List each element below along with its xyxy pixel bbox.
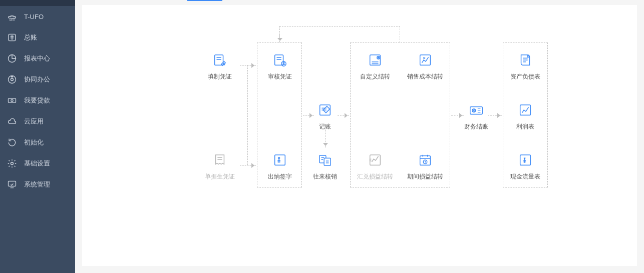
flow-node-caiwujiezhang[interactable]: 财务结账 <box>456 102 496 131</box>
initialize-icon <box>7 138 17 148</box>
system-icon <box>7 180 17 190</box>
flow-node-lirunbiao[interactable]: 利润表 <box>505 102 545 131</box>
flow-label: 期间损益结转 <box>407 172 443 181</box>
svg-point-8 <box>11 162 14 165</box>
voucher-create-icon <box>212 52 227 68</box>
svg-rect-9 <box>9 181 16 186</box>
svg-rect-16 <box>420 55 431 66</box>
flow-arrow-1b <box>240 165 256 166</box>
voucher-audit-icon <box>272 52 287 68</box>
sidebar-item-label: 云应用 <box>24 117 44 126</box>
sidebar-item-yunyingyong[interactable]: 云应用 <box>0 111 75 132</box>
flow-connector-col1-down <box>247 65 248 165</box>
cloud-icon <box>7 116 17 126</box>
bookkeeping-icon <box>317 102 333 118</box>
sidebar-top-bar <box>0 0 75 6</box>
workflow-panel: 填制凭证 审核凭证 自定义结转 销售成本 <box>82 5 637 266</box>
period-gainloss-icon <box>418 152 433 168</box>
exchange-gainloss-icon <box>368 152 383 168</box>
sidebar-item-zongzhang[interactable]: 总账 <box>0 27 75 48</box>
flow-node-qijiansunyijiezhuan[interactable]: 期间损益结转 <box>405 152 445 181</box>
sidebar-item-label: 报表中心 <box>24 54 50 63</box>
sidebar-item-label: 基础设置 <box>24 159 50 168</box>
flow-node-zichanfuzhaibiao[interactable]: 资产负债表 <box>505 52 545 81</box>
sidebar-item-label: T-UFO <box>24 13 44 20</box>
sidebar-item-label: 初始化 <box>24 138 44 147</box>
svg-point-4 <box>11 78 14 81</box>
flow-node-chunaqianzi[interactable]: 出纳签字 <box>260 152 300 181</box>
svg-point-5 <box>12 76 13 77</box>
flow-label: 销售成本结转 <box>407 72 443 81</box>
svg-rect-11 <box>275 55 283 66</box>
sidebar-item-label: 我要贷款 <box>24 96 50 105</box>
sidebar: UFO T-UFO 总账 报表中心 <box>0 0 75 273</box>
sales-cost-carryover-icon <box>418 52 433 68</box>
svg-rect-22 <box>275 155 285 166</box>
flow-label: 财务结账 <box>464 122 488 131</box>
ledger-icon <box>7 32 17 42</box>
flow-node-danjushengpingzheng: 单据生凭证 <box>200 152 240 181</box>
flow-node-shenhepingzheng[interactable]: 审核凭证 <box>260 52 300 81</box>
sidebar-item-xietong[interactable]: 协同办公 <box>0 69 75 90</box>
collaboration-icon <box>7 74 17 84</box>
sidebar-item-tufo[interactable]: UFO T-UFO <box>0 6 75 27</box>
svg-rect-24 <box>324 158 331 166</box>
flow-node-zidingyijiezhuan[interactable]: 自定义结转 <box>355 52 395 81</box>
flow-label: 单据生凭证 <box>205 172 235 181</box>
flow-node-jizhang[interactable]: 记账 <box>305 102 345 131</box>
report-center-icon <box>7 54 17 64</box>
flow-label: 往来核销 <box>313 172 337 181</box>
flow-node-wanglaihexiao[interactable]: 往来核销 <box>305 152 345 181</box>
flow-node-huiduisunyijiezhuan: 汇兑损益结转 <box>355 152 395 181</box>
sidebar-item-jichushezhi[interactable]: 基础设置 <box>0 153 75 174</box>
cashier-sign-icon <box>272 152 287 168</box>
svg-point-7 <box>11 100 13 102</box>
sidebar-item-label: 协同办公 <box>24 75 50 84</box>
flow-node-xiaoshouchengbenjiezhuan[interactable]: 销售成本结转 <box>405 52 445 81</box>
sidebar-item-label: 总账 <box>24 33 37 42</box>
ufo-icon: UFO <box>7 12 17 22</box>
flow-arrow-into-box1 <box>279 35 280 42</box>
flow-label: 资产负债表 <box>510 72 540 81</box>
loan-icon <box>7 96 17 106</box>
flow-node-tianzhipingzheng[interactable]: 填制凭证 <box>200 52 240 81</box>
settings-icon <box>7 158 17 168</box>
flow-label: 利润表 <box>516 122 534 131</box>
svg-point-17 <box>527 56 529 58</box>
flow-node-xianjinliuliangbiao[interactable]: 现金流量表 <box>505 152 545 181</box>
sidebar-item-label: 系统管理 <box>24 180 50 189</box>
sidebar-item-baobiao[interactable]: 报表中心 <box>0 48 75 69</box>
active-tab-indicator <box>187 0 222 1</box>
sidebar-item-xitongguanli[interactable]: 系统管理 <box>0 174 75 195</box>
flow-label: 出纳签字 <box>268 172 292 181</box>
svg-rect-21 <box>520 105 531 116</box>
flow-label: 汇兑损益结转 <box>357 172 393 181</box>
finance-closing-icon <box>469 102 484 118</box>
svg-point-13 <box>283 62 284 64</box>
sidebar-item-chushihua[interactable]: 初始化 <box>0 132 75 153</box>
sidebar-item-daikuan[interactable]: 我要贷款 <box>0 90 75 111</box>
svg-text:UFO: UFO <box>10 18 15 22</box>
flow-label: 填制凭证 <box>208 72 232 81</box>
svg-rect-28 <box>520 155 531 166</box>
balance-sheet-icon <box>518 52 533 68</box>
reconciliation-icon <box>317 152 333 168</box>
flow-label: 现金流量表 <box>510 172 540 181</box>
flow-arrow-jizhang-down <box>325 130 326 148</box>
flow-label: 记账 <box>319 122 331 131</box>
flow-arrow-1 <box>240 65 256 66</box>
custom-carryover-icon <box>368 52 383 68</box>
profit-report-icon <box>518 102 533 118</box>
svg-rect-6 <box>9 98 16 102</box>
cashflow-report-icon <box>518 152 533 168</box>
flow-connector-top <box>279 26 400 42</box>
main-area: 填制凭证 审核凭证 自定义结转 销售成本 <box>75 0 644 273</box>
flow-label: 审核凭证 <box>268 72 292 81</box>
flow-label: 自定义结转 <box>360 72 390 81</box>
bill-to-voucher-icon <box>212 152 227 168</box>
